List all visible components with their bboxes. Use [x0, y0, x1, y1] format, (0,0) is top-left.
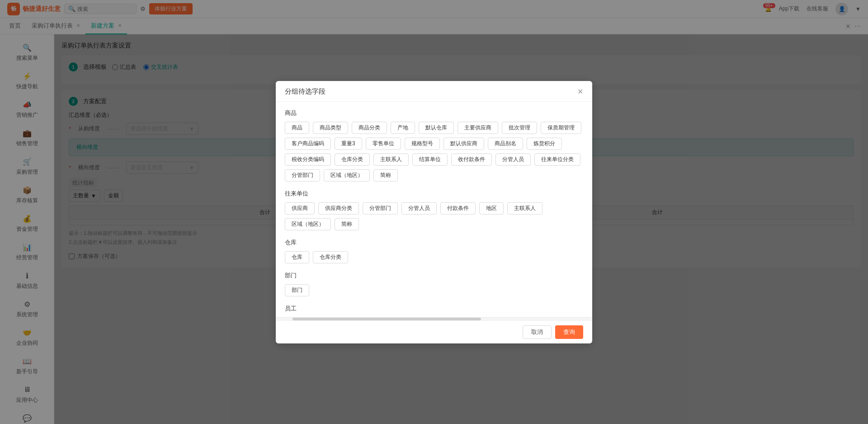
field-tag-default-warehouse[interactable]: 默认仓库	[419, 122, 454, 134]
section-warehouse-title: 仓库	[285, 238, 583, 247]
field-tag-spec-model[interactable]: 规格型号	[405, 138, 440, 150]
field-tag-warehouse-cat[interactable]: 仓库分类	[313, 251, 348, 263]
field-tag-warehouse-category[interactable]: 仓库分类	[335, 153, 370, 166]
modal-overlay: 分组待选字段 ✕ 商品 商品 商品类型 商品分类 产地 默认仓库 主要供应商 批…	[0, 0, 868, 424]
section-transaction: 往来单位 供应商 供应商分类 分管部门 分管人员 付款条件 地区 主联系人 区域…	[285, 190, 583, 230]
field-tag-sup-payment[interactable]: 付款条件	[440, 202, 476, 214]
field-tag-default-supplier[interactable]: 默认供应商	[443, 138, 484, 150]
section-goods: 商品 商品 商品类型 商品分类 产地 默认仓库 主要供应商 批次管理 保质期管理…	[285, 109, 583, 181]
modal-title: 分组待选字段	[285, 87, 326, 96]
field-tag-supplier-category[interactable]: 供应商分类	[318, 202, 359, 214]
field-tag-dept[interactable]: 分管部门	[285, 169, 320, 181]
field-tag-origin[interactable]: 产地	[391, 122, 415, 134]
field-tag-sup-abbr[interactable]: 简称	[335, 218, 359, 230]
modal-close-btn[interactable]: ✕	[577, 87, 583, 96]
modal-header: 分组待选字段 ✕	[276, 81, 592, 102]
modal-hscrollbar[interactable]	[276, 317, 592, 320]
field-tag-sup-dept[interactable]: 分管部门	[363, 202, 398, 214]
field-selection-modal: 分组待选字段 ✕ 商品 商品 商品类型 商品分类 产地 默认仓库 主要供应商 批…	[276, 81, 592, 343]
section-warehouse: 仓库 仓库 仓库分类	[285, 238, 583, 263]
field-tag-settlement-unit[interactable]: 结算单位	[412, 153, 448, 166]
modal-confirm-btn[interactable]: 查询	[555, 325, 583, 339]
field-tag-sup-area[interactable]: 区域（地区）	[285, 218, 331, 230]
field-tag-transaction-category[interactable]: 往来单位分类	[534, 153, 580, 166]
section-employee: 员工 业务员	[285, 305, 583, 317]
field-tag-retail-unit[interactable]: 零售单位	[366, 138, 401, 150]
section-transaction-tags: 供应商 供应商分类 分管部门 分管人员 付款条件 地区 主联系人 区域（地区） …	[285, 202, 583, 230]
section-goods-title: 商品	[285, 109, 583, 117]
field-tag-goods-category[interactable]: 商品分类	[352, 122, 387, 134]
section-employee-title: 员工	[285, 305, 583, 313]
modal-footer: 取消 查询	[276, 320, 592, 343]
field-tag-goods-alias[interactable]: 商品别名	[488, 138, 523, 150]
field-tag-goods-type[interactable]: 商品类型	[313, 122, 348, 134]
modal-cancel-btn[interactable]: 取消	[523, 325, 552, 339]
field-tag-region[interactable]: 区域（地区）	[324, 169, 370, 181]
field-tag-supervisor[interactable]: 分管人员	[495, 153, 531, 166]
field-tag-sup-main-contact[interactable]: 主联系人	[507, 202, 542, 214]
field-tag-abbr[interactable]: 简称	[373, 169, 398, 181]
modal-body[interactable]: 商品 商品 商品类型 商品分类 产地 默认仓库 主要供应商 批次管理 保质期管理…	[276, 102, 592, 317]
field-tag-customer-code[interactable]: 客户商品编码	[285, 138, 331, 150]
field-tag-tax-code[interactable]: 税收分类编码	[285, 153, 331, 166]
field-tag-sup-personnel[interactable]: 分管人员	[401, 202, 437, 214]
field-tag-supplier[interactable]: 供应商	[285, 202, 315, 214]
section-department-tags: 部门	[285, 284, 583, 296]
section-goods-tags: 商品 商品类型 商品分类 产地 默认仓库 主要供应商 批次管理 保质期管理 客户…	[285, 122, 583, 181]
field-tag-payment-terms[interactable]: 收付款条件	[451, 153, 492, 166]
section-department: 部门 部门	[285, 272, 583, 296]
field-tag-main-contact[interactable]: 主联系人	[373, 153, 409, 166]
field-tag-batch-mgmt[interactable]: 批次管理	[502, 122, 537, 134]
field-tag-warehouse[interactable]: 仓库	[285, 251, 309, 263]
field-tag-department[interactable]: 部门	[285, 284, 309, 296]
field-tag-weight3[interactable]: 重量3	[335, 138, 362, 150]
section-department-title: 部门	[285, 272, 583, 280]
field-tag-goods[interactable]: 商品	[285, 122, 309, 134]
field-tag-shelf-life[interactable]: 保质期管理	[541, 122, 581, 134]
field-tag-sup-region[interactable]: 地区	[479, 202, 504, 214]
section-warehouse-tags: 仓库 仓库分类	[285, 251, 583, 263]
field-tag-main-supplier[interactable]: 主要供应商	[458, 122, 498, 134]
field-tag-refine-points[interactable]: 炼货积分	[527, 138, 562, 150]
section-transaction-title: 往来单位	[285, 190, 583, 198]
